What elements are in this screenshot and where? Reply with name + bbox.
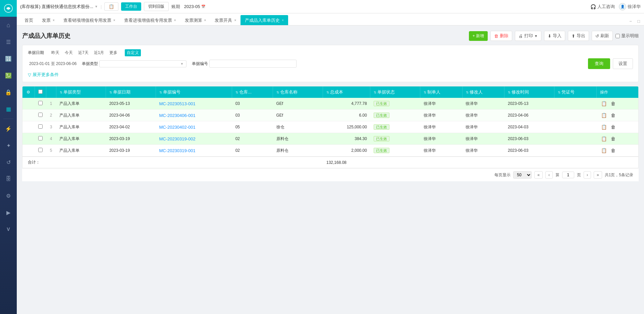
tab-check-purchase-vat[interactable]: 查看进项增值税专用发票 × bbox=[120, 15, 180, 25]
sidebar-item-refresh2[interactable]: ↺ bbox=[0, 154, 17, 171]
cell-checkbox[interactable] bbox=[35, 145, 46, 156]
sidebar-item-module[interactable]: ⚡ bbox=[0, 120, 17, 137]
shortcut-yesterday[interactable]: 昨天 bbox=[49, 49, 61, 56]
period-calendar-icon[interactable]: 📅 bbox=[201, 5, 205, 8]
new-button[interactable]: + 新增 bbox=[469, 31, 488, 41]
sidebar-item-doc[interactable]: ☰ bbox=[0, 34, 17, 50]
edit-btn[interactable]: 📋 bbox=[600, 135, 608, 142]
tab-invoice-open-close[interactable]: × bbox=[234, 18, 236, 22]
cell-number[interactable]: MC-20230402-001 bbox=[156, 121, 232, 133]
export-button[interactable]: ⬆ 导出 bbox=[568, 31, 589, 41]
edit-btn[interactable]: 📋 bbox=[600, 100, 608, 107]
sidebar-item-home[interactable]: ⌂ bbox=[0, 17, 17, 34]
number-link[interactable]: MC-20230406-001 bbox=[159, 113, 195, 118]
th-date[interactable]: ⇅单据日期 bbox=[106, 86, 156, 98]
shortcut-more[interactable]: 更多 bbox=[107, 49, 119, 56]
sidebar-item-settings2[interactable]: ⚙ bbox=[0, 187, 17, 204]
cell-number[interactable]: MC-20230319-001 bbox=[156, 145, 232, 156]
tab-product-inbound-close[interactable]: × bbox=[282, 18, 284, 22]
shortcut-today[interactable]: 今天 bbox=[63, 49, 75, 56]
tab-check-purchase-vat-close[interactable]: × bbox=[174, 18, 176, 22]
cell-number[interactable]: MC-20230319-002 bbox=[156, 133, 232, 145]
delete-row-btn[interactable]: 🗑 bbox=[609, 135, 617, 142]
tab-product-inbound[interactable]: 产成品入库单历史 × bbox=[240, 15, 288, 25]
delete-row-btn[interactable]: 🗑 bbox=[609, 112, 617, 119]
row-checkbox[interactable] bbox=[38, 101, 43, 105]
show-detail-checkbox[interactable] bbox=[615, 34, 620, 38]
cell-number[interactable]: MC-20230513-001 bbox=[156, 98, 232, 110]
row-checkbox[interactable] bbox=[38, 148, 43, 152]
cell-checkbox[interactable] bbox=[35, 98, 46, 110]
last-page-btn[interactable]: » bbox=[594, 171, 602, 179]
th-status[interactable]: ⇅单据状态 bbox=[370, 86, 420, 98]
user-profile[interactable]: 👤 徐泽华 bbox=[619, 3, 641, 10]
page-size-select[interactable]: 50 100 200 bbox=[513, 171, 532, 179]
number-link[interactable]: MC-20230319-002 bbox=[159, 136, 195, 141]
delete-button[interactable]: 🗑 删除 bbox=[490, 31, 512, 41]
th-modify-time[interactable]: ⇅修改时间 bbox=[504, 86, 554, 98]
th-type[interactable]: ⇅单据类型 bbox=[56, 86, 106, 98]
th-checkbox[interactable] bbox=[35, 86, 46, 98]
next-page-btn[interactable]: › bbox=[584, 171, 591, 179]
sidebar-item-tax[interactable]: 💹 bbox=[0, 67, 17, 84]
sidebar-item-version[interactable]: V bbox=[0, 221, 17, 238]
shortcut-1month[interactable]: 近1月 bbox=[92, 49, 106, 56]
th-creator[interactable]: ⇅制单人 bbox=[420, 86, 463, 98]
sidebar-item-inventory[interactable]: ▦ bbox=[0, 101, 17, 117]
th-modifier[interactable]: ⇅修改人 bbox=[462, 86, 504, 98]
cell-checkbox[interactable] bbox=[35, 110, 46, 121]
tab-invoice-calc[interactable]: 发票测算 × bbox=[180, 15, 211, 25]
company-selector[interactable]: (库存核算) 直播轻快通信息技术股份... ▼ bbox=[20, 4, 98, 10]
tab-check-sales-vat[interactable]: 查看销项增值税专用发票 × bbox=[59, 15, 120, 25]
workbench-button[interactable]: 工作台 bbox=[121, 2, 141, 11]
sidebar-item-archive[interactable]: 🗄 bbox=[0, 171, 17, 187]
expand-button[interactable]: ▽ 展开更多条件 bbox=[28, 72, 633, 78]
number-link[interactable]: MC-20230319-001 bbox=[159, 148, 195, 153]
delete-row-btn[interactable]: 🗑 bbox=[609, 100, 617, 107]
page-number-input[interactable] bbox=[562, 172, 574, 178]
set-button[interactable]: 设置 bbox=[613, 58, 633, 69]
cell-checkbox[interactable] bbox=[35, 133, 46, 145]
human-service[interactable]: 🎧 人工咨询 bbox=[590, 4, 615, 10]
delete-row-btn[interactable]: 🗑 bbox=[609, 124, 617, 130]
tab-invoice-close[interactable]: × bbox=[53, 18, 55, 22]
edit-btn[interactable]: 📋 bbox=[600, 112, 608, 119]
sidebar-logo[interactable] bbox=[0, 0, 17, 17]
old-version-button[interactable]: 切到旧版 bbox=[144, 2, 169, 11]
th-number[interactable]: ⇅单据编号 bbox=[156, 86, 232, 98]
print-button[interactable]: 🖨 打印 ▼ bbox=[515, 31, 541, 41]
tabbar-minimize-btn[interactable]: − bbox=[628, 17, 634, 25]
type-filter-input[interactable]: ▼ bbox=[99, 60, 186, 67]
tab-home[interactable]: 首页 bbox=[20, 15, 38, 25]
shortcut-7days[interactable]: 近7天 bbox=[76, 49, 91, 56]
sidebar-item-chart[interactable]: 🔢 bbox=[0, 50, 17, 67]
cell-number[interactable]: MC-20230406-001 bbox=[156, 110, 232, 121]
edit-btn[interactable]: 📋 bbox=[600, 147, 608, 154]
number-link[interactable]: MC-20230513-001 bbox=[159, 101, 195, 106]
shortcut-custom[interactable]: 自定义 bbox=[125, 49, 141, 56]
sidebar-item-stamp[interactable]: ✦ bbox=[0, 137, 17, 154]
row-checkbox[interactable] bbox=[38, 136, 43, 140]
import-button[interactable]: ⬇ 导入 bbox=[544, 31, 565, 41]
th-total-cost[interactable]: ⇅总成本 bbox=[323, 86, 370, 98]
query-button[interactable]: 查询 bbox=[588, 58, 610, 69]
row-checkbox[interactable] bbox=[38, 124, 43, 129]
tab-invoice-calc-close[interactable]: × bbox=[204, 18, 206, 22]
tab-check-sales-vat-close[interactable]: × bbox=[113, 18, 115, 22]
tab-invoice[interactable]: 发票 × bbox=[38, 15, 59, 25]
first-page-btn[interactable]: « bbox=[534, 171, 543, 179]
th-voucher[interactable]: ⇅凭证号 bbox=[554, 86, 597, 98]
row-checkbox[interactable] bbox=[38, 113, 43, 117]
company-dropdown-icon[interactable]: ▼ bbox=[95, 5, 98, 8]
prev-page-btn[interactable]: ‹ bbox=[545, 171, 553, 179]
edit-btn[interactable]: 📋 bbox=[600, 124, 608, 130]
number-filter-input[interactable] bbox=[209, 60, 297, 68]
tab-invoice-open[interactable]: 发票开具 × bbox=[210, 15, 240, 25]
refresh-button[interactable]: ↺ 刷新 bbox=[592, 31, 613, 41]
select-all-checkbox[interactable] bbox=[38, 89, 43, 94]
cell-checkbox[interactable] bbox=[35, 121, 46, 133]
th-settings[interactable]: ⚙ bbox=[22, 86, 35, 98]
sidebar-item-lock[interactable]: 🔒 bbox=[0, 84, 17, 101]
sidebar-item-video[interactable]: ▶ bbox=[0, 204, 17, 221]
doc-type-btn[interactable]: 📋 bbox=[104, 2, 118, 11]
